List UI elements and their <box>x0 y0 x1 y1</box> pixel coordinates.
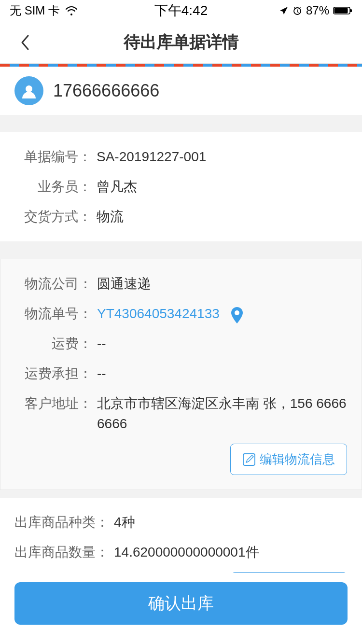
edit-logistics-label: 编辑物流信息 <box>260 451 335 468</box>
delivery-row: 交货方式： 物流 <box>14 207 348 227</box>
logistics-section: 物流公司： 圆通速递 物流单号： YT43064053424133 运费： --… <box>0 259 362 490</box>
status-bar: 无 SIM 卡 下午4:42 87% <box>0 0 362 21</box>
svg-rect-6 <box>243 454 255 465</box>
map-pin-icon[interactable] <box>229 306 245 323</box>
confirm-button[interactable]: 确认出库 <box>14 582 348 625</box>
order-number-row: 单据编号： SA-20191227-001 <box>14 147 348 167</box>
freight-value: -- <box>92 334 347 354</box>
edit-logistics-area: 编辑物流信息 <box>15 444 347 475</box>
gray-divider-2 <box>0 251 362 259</box>
delivery-value: 物流 <box>92 207 348 227</box>
logistics-company-row: 物流公司： 圆通速递 <box>15 274 347 294</box>
tracking-row: 物流单号： YT43064053424133 <box>15 304 347 324</box>
bottom-area: 确认出库 <box>0 573 362 644</box>
status-bar-right: 87% <box>279 4 352 17</box>
svg-rect-3 <box>334 8 348 14</box>
product-quantity-row: 出库商品数量： 14.620000000000001件 <box>14 542 348 562</box>
svg-rect-2 <box>350 9 352 12</box>
tracking-label: 物流单号： <box>15 304 92 324</box>
gray-divider-1 <box>0 115 362 123</box>
customer-phone: 17666666666 <box>53 81 159 101</box>
logistics-company-label: 物流公司： <box>15 274 92 294</box>
salesman-value: 曾凡杰 <box>92 177 348 197</box>
freight-label: 运费： <box>15 334 92 354</box>
salesman-label: 业务员： <box>14 177 92 197</box>
svg-point-5 <box>235 310 239 315</box>
order-number-value: SA-20191227-001 <box>92 147 348 167</box>
svg-point-4 <box>26 85 32 92</box>
product-types-row: 出库商品种类： 4种 <box>14 512 348 532</box>
edit-logistics-button[interactable]: 编辑物流信息 <box>230 444 347 475</box>
freight-row: 运费： -- <box>15 334 347 354</box>
alarm-icon <box>292 6 302 15</box>
battery-icon <box>333 6 352 15</box>
address-label: 客户地址： <box>15 393 92 414</box>
delivery-label: 交货方式： <box>14 207 92 227</box>
order-info-section: 单据编号： SA-20191227-001 业务员： 曾凡杰 交货方式： 物流 <box>0 132 362 241</box>
logistics-company-value: 圆通速递 <box>92 274 347 294</box>
status-bar-time: 下午4:42 <box>154 1 208 20</box>
location-arrow-icon <box>279 6 289 15</box>
nav-bar: 待出库单据详情 <box>0 21 362 64</box>
address-value: 北京市市辖区海淀区永丰南 张，156 6666 6666 <box>92 393 347 434</box>
freight-bearer-label: 运费承担： <box>15 364 92 384</box>
freight-bearer-value: -- <box>92 364 347 384</box>
salesman-row: 业务员： 曾凡杰 <box>14 177 348 197</box>
address-row: 客户地址： 北京市市辖区海淀区永丰南 张，156 6666 6666 <box>15 393 347 434</box>
battery-label: 87% <box>306 4 329 17</box>
gray-divider-3 <box>0 490 362 498</box>
product-quantity-value: 14.620000000000001件 <box>109 542 348 562</box>
edit-icon <box>242 453 256 466</box>
product-quantity-label: 出库商品数量： <box>14 542 109 562</box>
order-number-label: 单据编号： <box>14 147 92 167</box>
avatar <box>14 76 43 105</box>
wifi-icon <box>65 6 78 15</box>
product-types-label: 出库商品种类： <box>14 512 109 532</box>
page-title: 待出库单据详情 <box>124 31 238 54</box>
status-bar-left: 无 SIM 卡 <box>10 3 78 18</box>
customer-header: 17666666666 <box>0 67 362 115</box>
tracking-value: YT43064053424133 <box>92 304 347 324</box>
back-button[interactable] <box>14 32 36 53</box>
carrier-label: 无 SIM 卡 <box>10 3 60 18</box>
freight-bearer-row: 运费承担： -- <box>15 364 347 384</box>
product-types-value: 4种 <box>109 512 348 532</box>
